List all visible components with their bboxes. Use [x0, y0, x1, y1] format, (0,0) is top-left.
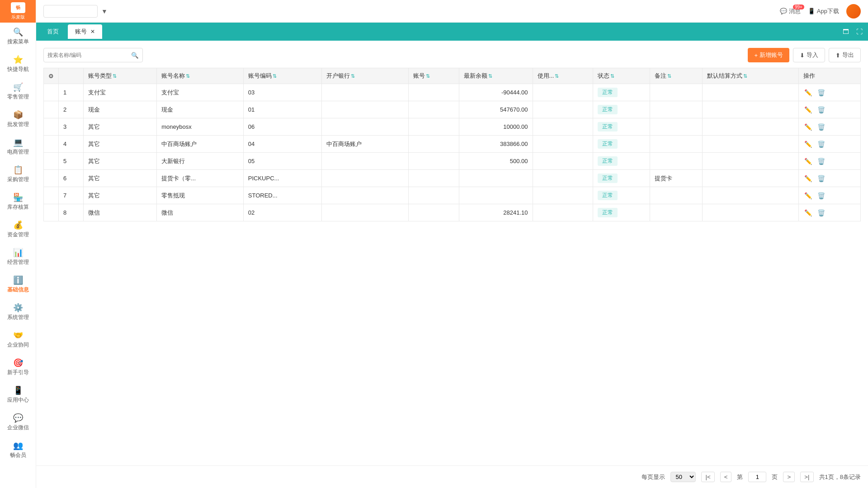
row-balance: -90444.00 [459, 84, 533, 101]
sidebar-item-finance[interactable]: 💰 资金管理 [0, 216, 36, 243]
export-label: 导出 [842, 51, 854, 59]
row-use [533, 204, 593, 221]
add-button-label: 新增账号 [760, 51, 783, 59]
th-default-settlement[interactable]: 默认结算方式⇅ [702, 68, 798, 84]
row-default-settlement [702, 101, 798, 118]
th-action: 操作 [798, 68, 860, 84]
row-gear [44, 118, 59, 136]
next-page-button[interactable]: > [783, 472, 795, 482]
delete-button[interactable]: 🗑️ [816, 140, 826, 149]
last-page-button[interactable]: >| [800, 472, 813, 482]
system-icon: ⚙️ [2, 303, 34, 313]
edit-button[interactable]: ✏️ [803, 191, 813, 200]
gear-icon[interactable]: ⚙ [48, 73, 54, 80]
sidebar-item-search-menu[interactable]: 🔍 搜索菜单 [0, 23, 36, 50]
user-avatar[interactable] [846, 4, 861, 19]
row-code: 05 [243, 153, 321, 170]
delete-button[interactable]: 🗑️ [816, 208, 826, 217]
edit-button[interactable]: ✏️ [803, 208, 813, 217]
sidebar-item-enterprise[interactable]: 🤝 企业协同 [0, 326, 36, 353]
row-gear [44, 84, 59, 101]
row-gear [44, 187, 59, 204]
export-button[interactable]: ⬆ 导出 [829, 48, 861, 62]
prev-page-button[interactable]: < [720, 472, 732, 482]
row-status: 正常 [593, 170, 650, 187]
guide-icon: 🎯 [2, 358, 34, 368]
page-size-select[interactable]: 50 20 100 [670, 472, 696, 482]
table-row: 5 其它 大新银行 05 500.00 正常 ✏️ 🗑️ [44, 153, 861, 170]
tab-restore-icon[interactable]: 🗖 [841, 26, 851, 37]
sidebar-item-shortcut[interactable]: ⭐ 快捷导航 [0, 50, 36, 78]
edit-button[interactable]: ✏️ [803, 157, 813, 166]
retail-icon: 🛒 [2, 82, 34, 92]
sidebar-item-label: 系统管理 [7, 314, 29, 320]
search-input[interactable] [44, 52, 127, 58]
status-badge: 正常 [598, 105, 618, 114]
edit-button[interactable]: ✏️ [803, 105, 813, 114]
edit-button[interactable]: ✏️ [803, 122, 813, 131]
table-body: 1 支付宝 支付宝 03 -90444.00 正常 ✏️ 🗑️ 2 现金 现金 … [44, 84, 861, 221]
row-balance: 500.00 [459, 153, 533, 170]
table-row: 1 支付宝 支付宝 03 -90444.00 正常 ✏️ 🗑️ [44, 84, 861, 101]
th-account[interactable]: 账号⇅ [408, 68, 459, 84]
th-status[interactable]: 状态⇅ [593, 68, 650, 84]
edit-button[interactable]: ✏️ [803, 174, 813, 183]
delete-button[interactable]: 🗑️ [816, 122, 826, 131]
th-balance[interactable]: 最新余额⇅ [459, 68, 533, 84]
tab-bar-actions: 🗖 ⛶ [841, 26, 864, 37]
sidebar-item-wholesale[interactable]: 📦 批发管理 [0, 105, 36, 133]
th-code[interactable]: 账号编码⇅ [243, 68, 321, 84]
row-no: 3 [59, 118, 84, 136]
row-bank [322, 187, 409, 204]
tab-expand-icon[interactable]: ⛶ [854, 26, 864, 37]
row-action: ✏️ 🗑️ [798, 84, 860, 101]
search-box: 🔍 [43, 48, 143, 62]
content-area: 🔍 + 新增账号 ⬇ 导入 ⬆ 导出 [36, 41, 868, 488]
search-button[interactable]: 🔍 [127, 52, 142, 59]
tab-home[interactable]: 首页 [40, 24, 66, 39]
sidebar-item-ecommerce[interactable]: 💻 电商管理 [0, 133, 36, 160]
delete-button[interactable]: 🗑️ [816, 157, 826, 166]
sidebar-item-system[interactable]: ⚙️ 系统管理 [0, 298, 36, 326]
import-button[interactable]: ⬇ 导入 [793, 48, 825, 62]
edit-button[interactable]: ✏️ [803, 140, 813, 149]
sidebar-item-guide[interactable]: 🎯 新手引导 [0, 353, 36, 381]
sidebar-item-operations[interactable]: 📊 经营管理 [0, 243, 36, 271]
th-type[interactable]: 账号类型⇅ [83, 68, 157, 84]
add-account-button[interactable]: + 新增账号 [748, 48, 789, 62]
th-use[interactable]: 使用...⇅ [533, 68, 593, 84]
sidebar-item-member[interactable]: 👥 畅会员 [0, 436, 36, 464]
delete-button[interactable]: 🗑️ [816, 105, 826, 114]
tab-account[interactable]: 账号 ✕ [68, 24, 102, 39]
sidebar-item-retail[interactable]: 🛒 零售管理 [0, 78, 36, 105]
row-name: 提货卡（零... [157, 170, 244, 187]
sidebar-item-basic-info[interactable]: ℹ️ 基础信息 [0, 271, 36, 298]
delete-button[interactable]: 🗑️ [816, 191, 826, 200]
edit-button[interactable]: ✏️ [803, 88, 813, 97]
sidebar-item-inventory[interactable]: 🏪 库存核算 [0, 188, 36, 216]
account-tab-label: 账号 [75, 28, 87, 36]
page-number-input[interactable] [748, 472, 766, 482]
row-account [408, 187, 459, 204]
top-search-input[interactable] [43, 5, 98, 18]
row-status: 正常 [593, 101, 650, 118]
sidebar-item-app-center[interactable]: 📱 应用中心 [0, 381, 36, 408]
sidebar-item-wechat[interactable]: 💬 企业微信 [0, 408, 36, 436]
first-page-button[interactable]: |< [701, 472, 714, 482]
sidebar-item-purchase[interactable]: 📋 采购管理 [0, 160, 36, 188]
row-gear [44, 204, 59, 221]
th-remark[interactable]: 备注⇅ [650, 68, 702, 84]
accounts-table: ⚙ 账号类型⇅ 账号名称⇅ 账号编码⇅ 开户银行⇅ 账号⇅ 最新余额⇅ 使用..… [43, 68, 861, 221]
message-button[interactable]: 💬 消息 99+ [780, 7, 801, 15]
delete-button[interactable]: 🗑️ [816, 174, 826, 183]
message-badge: 99+ [793, 5, 804, 9]
row-account [408, 136, 459, 153]
tab-close-icon[interactable]: ✕ [90, 29, 95, 34]
dropdown-icon[interactable]: ▼ [101, 8, 108, 15]
row-name: 现金 [157, 101, 244, 118]
delete-button[interactable]: 🗑️ [816, 88, 826, 97]
th-bank[interactable]: 开户银行⇅ [322, 68, 409, 84]
app-download-button[interactable]: 📱 App下载 [808, 7, 839, 15]
row-no: 7 [59, 187, 84, 204]
th-name[interactable]: 账号名称⇅ [157, 68, 244, 84]
